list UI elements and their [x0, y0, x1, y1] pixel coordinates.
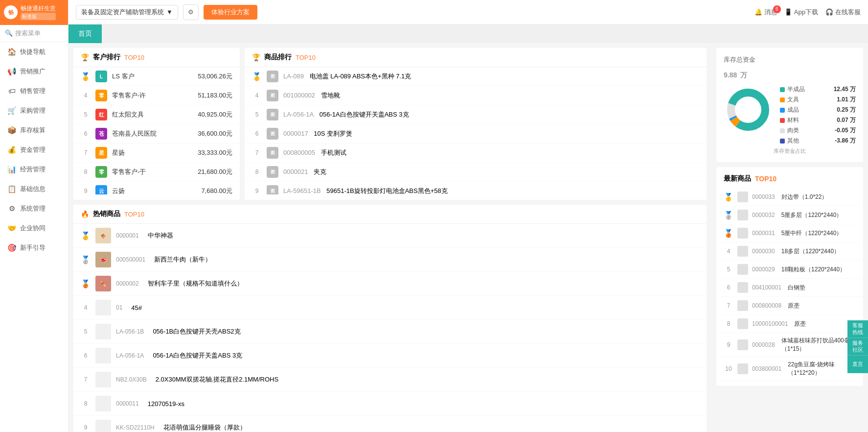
new-product-thumb-3: [737, 228, 748, 239]
tab-home[interactable]: 首页: [69, 24, 102, 43]
basic-icon: 📋: [7, 185, 16, 193]
inventory-header: 库存总资金: [724, 55, 856, 64]
new-product-thumb-7: [737, 300, 748, 311]
sidebar-item-sales[interactable]: 🏷 销售管理: [0, 81, 68, 101]
legend-item-4: 肉类 -0.05 万: [780, 126, 856, 135]
customer-service-button[interactable]: 客服 热线: [847, 320, 868, 338]
product-code-3: LA-056-1A: [283, 111, 314, 118]
customer-value-7: 7,680.00元: [201, 187, 232, 194]
product-thumb-1: 图: [267, 71, 278, 82]
sidebar-item-basic[interactable]: 📋 基础信息: [0, 179, 68, 199]
rank-num-4: 6: [81, 130, 91, 137]
product-top10-badge: TOP10: [296, 54, 316, 61]
customer-avatar-3: 红: [95, 109, 107, 120]
middle-area: 🏆 客户排行 TOP10 🥇 L LS 客户 53,006.26元: [69, 43, 711, 432]
topbar: 装备及固定资产辅助管理系统 ▼ ⚙ 体验行业方案 🔔 消息 6 📱 App下载 …: [69, 0, 868, 24]
sidebar-item-enterprise[interactable]: 🤝 企业协同: [0, 218, 68, 238]
new-product-name-2: 5厘多层（1220*2440）: [781, 211, 856, 219]
sidebar-item-purchase[interactable]: 🛒 采购管理: [0, 101, 68, 120]
notifications-button[interactable]: 🔔 消息 6: [754, 8, 777, 17]
hot-product-5: 5 LA-056-1B 056-1B白色按键开关壳ABS2克: [73, 320, 707, 344]
search-icon: 🔍: [5, 29, 13, 37]
service-community-button[interactable]: 服务 社区: [847, 338, 868, 356]
inventory-panel: 库存总资金 9.88 万: [716, 48, 863, 162]
hot-product-thumb-7: [95, 372, 111, 387]
customer-value-3: 40,925.00元: [198, 110, 232, 119]
fire-icon: 🔥: [81, 210, 89, 218]
trial-button[interactable]: 体验行业方案: [204, 5, 257, 20]
product-name-6: 夹克: [314, 168, 326, 175]
new-product-name-4: 18多层（1220*2440）: [781, 247, 856, 256]
sidebar-item-quick-nav[interactable]: 🏠 快捷导航: [0, 42, 68, 62]
hot-product-name-9: 花语萌值温分腿睡袋（厚款）: [163, 423, 246, 432]
hot-product-code-5: LA-056-1B: [116, 328, 144, 335]
online-service-button[interactable]: 🎧 在线客服: [825, 8, 861, 17]
direct-button[interactable]: 直言: [847, 356, 868, 373]
sidebar-item-operation[interactable]: 📊 经营管理: [0, 160, 68, 179]
hot-product-3: 🥉 🍖 0000002 智利车子里（规格不知道填什么）: [73, 272, 707, 296]
customer-avatar-7: 云: [95, 185, 107, 194]
product-thumb-3: 图: [267, 109, 278, 120]
sidebar-item-guide[interactable]: 🎯 新手引导: [0, 238, 68, 258]
donut-svg: [724, 85, 773, 134]
customer-rank-item-5: 7 星 星扬 33,333.00元: [73, 144, 240, 163]
trophy-icon-2: 🏆: [252, 53, 260, 61]
new-product-code-6: 004100001: [752, 284, 781, 291]
search-menu[interactable]: 🔍 搜索菜单: [0, 25, 68, 42]
app-download-button[interactable]: 📱 App下载: [784, 8, 818, 17]
product-rank-item-5: 7 图 000800005 手机测试: [245, 144, 707, 163]
customer-ranking-header: 🏆 客户排行 TOP10: [73, 48, 240, 67]
hot-product-name-5: 056-1B白色按键开关壳ABS2克: [153, 327, 240, 336]
customer-rank-item-2: 4 零 零售客户-许 51,183.00元: [73, 86, 240, 105]
hot-product-4: 4 01 45#: [73, 296, 707, 320]
customer-rank-item-6: 8 零 零售客户-于 21,680.00元: [73, 163, 240, 182]
new-product-name-8: 原垄: [794, 320, 856, 328]
new-product-6: 6 004100001 白钢垫: [716, 279, 863, 297]
hot-product-1: 🥇 🍖 0000001 中华神器: [73, 224, 707, 248]
product-code-1: LA-089: [283, 72, 304, 80]
sidebar-item-finance[interactable]: 💰 资金管理: [0, 140, 68, 160]
new-product-name-7: 原垄: [788, 302, 856, 310]
legend-dot-1: [780, 97, 785, 102]
product-name-5: 手机测试: [321, 149, 346, 156]
sidebar-item-marketing[interactable]: 📢 营销推广: [0, 62, 68, 81]
new-product-code-8: 10000100001: [752, 320, 788, 327]
hot-product-thumb-5: [95, 324, 111, 339]
customer-rank-item-1: 🥇 L LS 客户 53,006.26元: [73, 67, 240, 86]
bell-icon: 🔔: [754, 8, 762, 16]
customer-ranking-title: 客户排行: [93, 53, 120, 62]
product-ranking-list: 🥇 图 LA-089 电池盖 LA-089 ABS本色+黑种 7.1克 4 图: [245, 67, 707, 194]
home-icon: 🏠: [7, 48, 16, 56]
settings-button[interactable]: ⚙: [183, 4, 199, 20]
product-name-4: 10S 变刹罗煲: [314, 130, 352, 137]
customer-name-5: 星扬: [112, 148, 193, 157]
hot-product-thumb-8: [95, 396, 111, 411]
new-product-code-10: 003800001: [752, 365, 781, 372]
customer-rank-item-4: 6 苍 苍南县人民医院 36,600.00元: [73, 124, 240, 144]
inventory-icon: 📦: [7, 126, 16, 135]
new-products-panel: 最新商品 TOP10 🥇 0000033 封边带（1.0*22） 🥈 00000…: [716, 167, 863, 386]
new-product-9: 9 0000028 体城嘉枝味苏打饮品400毫升（1*15）: [716, 333, 863, 357]
new-product-name-10: 22g鱼豆腐-烧烤味（1*12*20）: [788, 360, 856, 377]
hot-product-name-2: 新西兰牛肉（新牛）: [154, 255, 211, 264]
new-product-7: 7 000800008 原垄: [716, 297, 863, 315]
sales-icon: 🏷: [7, 87, 16, 96]
mobile-icon: 📱: [784, 8, 792, 16]
product-thumb-4: 图: [267, 128, 278, 140]
product-rank-item-2: 4 图 001000002 雪地靴: [245, 86, 707, 105]
customer-name-1: LS 客户: [112, 72, 193, 81]
new-product-2: 🥈 0000032 5厘多层（1220*2440）: [716, 206, 863, 224]
sidebar-item-system[interactable]: ⚙ 系统管理: [0, 199, 68, 218]
system-selector[interactable]: 装备及固定资产辅助管理系统 ▼: [76, 5, 178, 20]
new-product-code-7: 000800008: [752, 302, 781, 309]
sidebar-item-inventory[interactable]: 📦 库存核算: [0, 120, 68, 140]
main-content: 装备及固定资产辅助管理系统 ▼ ⚙ 体验行业方案 🔔 消息 6 📱 App下载 …: [69, 0, 868, 432]
enterprise-icon: 🤝: [7, 224, 16, 233]
customer-ranking-list: 🥇 L LS 客户 53,006.26元 4 零 零售客户-许 51,183.0…: [73, 67, 240, 194]
customer-value-2: 51,183.00元: [198, 91, 232, 100]
product-ranking-title: 商品排行: [264, 53, 292, 62]
new-product-8: 8 10000100001 原垄: [716, 315, 863, 333]
customer-rank-item-7: 9 云 云扬 7,680.00元: [73, 182, 240, 194]
product-name-3: 056-1A白色按键开关盖ABS 3克: [320, 111, 409, 118]
new-product-thumb-5: [737, 264, 748, 275]
